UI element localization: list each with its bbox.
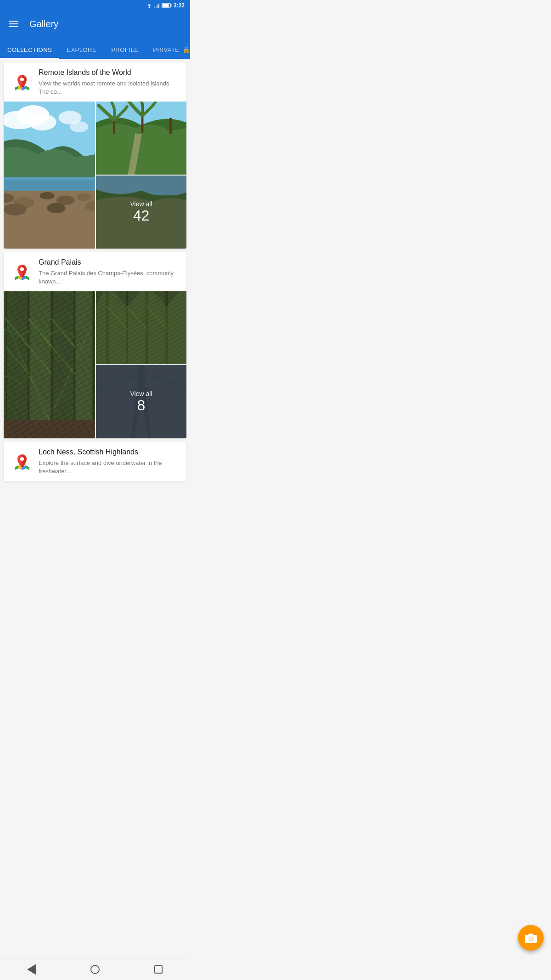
svg-line-54	[127, 307, 147, 329]
card-text-grand-palais: Grand Palais The Grand Palais des Champs…	[39, 258, 179, 286]
svg-point-9	[20, 78, 24, 81]
image-grid-remote-islands[interactable]: View all 42	[4, 102, 186, 249]
svg-rect-47	[4, 420, 95, 438]
svg-line-44	[6, 346, 29, 374]
svg-line-45	[29, 346, 52, 374]
card-desc-remote-islands: View the worlds most remote and isolated…	[39, 79, 179, 96]
card-header-remote-islands: Remote Islands of the World View the wor…	[4, 62, 186, 102]
status-bar: 3:22	[0, 0, 190, 11]
card-title-loch-ness: Loch Ness, Scottish Highlands	[39, 448, 179, 457]
svg-point-60	[20, 457, 24, 461]
svg-line-53	[107, 307, 127, 329]
main-content: Remote Islands of the World View the wor…	[0, 59, 190, 522]
svg-rect-3	[157, 5, 158, 8]
maps-logo-grand-palais	[11, 261, 33, 283]
card-text-loch-ness: Loch Ness, Scottish Highlands Explore th…	[39, 448, 179, 476]
svg-point-24	[4, 204, 27, 215]
svg-rect-1	[154, 6, 155, 8]
maps-logo-loch-ness	[11, 451, 33, 473]
grand-palais-tr-svg	[96, 291, 186, 364]
svg-line-46	[52, 346, 75, 374]
svg-point-23	[77, 193, 91, 201]
card-header-loch-ness: Loch Ness, Scottish Highlands Explore th…	[4, 442, 186, 481]
svg-point-34	[20, 267, 24, 271]
view-all-overlay-gp: View all 8	[96, 365, 186, 438]
island-tr-svg	[96, 102, 186, 175]
status-icons: 3:22	[146, 2, 185, 9]
svg-rect-48	[96, 291, 186, 364]
top-right-image-island[interactable]	[95, 102, 186, 175]
tab-explore[interactable]: EXPLORE	[59, 41, 104, 59]
tab-profile[interactable]: PROFILE	[104, 41, 146, 59]
status-time: 3:22	[174, 2, 185, 9]
svg-rect-7	[162, 4, 169, 7]
main-image-grand-palais[interactable]	[4, 291, 95, 438]
header: Gallery	[0, 11, 190, 37]
card-header-grand-palais: Grand Palais The Grand Palais des Champs…	[4, 252, 186, 291]
svg-rect-35	[4, 291, 95, 438]
card-desc-loch-ness: Explore the surface and dive underwater …	[39, 459, 179, 476]
collection-card-remote-islands[interactable]: Remote Islands of the World View the wor…	[4, 62, 186, 249]
svg-line-41	[6, 319, 29, 346]
maps-logo-remote-islands	[11, 71, 33, 93]
collection-card-grand-palais[interactable]: Grand Palais The Grand Palais des Champs…	[4, 252, 186, 438]
collection-card-loch-ness[interactable]: Loch Ness, Scottish Highlands Explore th…	[4, 442, 186, 481]
tab-collections[interactable]: COLLECTIONS	[0, 41, 59, 59]
beach-image-svg	[4, 102, 95, 249]
svg-rect-4	[158, 4, 159, 8]
top-right-image-grand-palais[interactable]	[95, 291, 186, 365]
lock-icon: 🔒	[182, 46, 191, 53]
svg-point-25	[47, 203, 66, 213]
svg-rect-29	[141, 116, 144, 133]
bottom-right-view-all[interactable]: View all 42	[95, 175, 186, 249]
svg-rect-30	[169, 118, 172, 134]
card-desc-grand-palais: The Grand Palais des Champs-Élysées, com…	[39, 269, 179, 286]
svg-point-0	[148, 7, 150, 8]
svg-rect-6	[170, 5, 171, 7]
svg-point-21	[40, 192, 55, 199]
wifi-icon	[146, 3, 152, 8]
main-image-beach[interactable]	[4, 102, 95, 249]
card-title-remote-islands: Remote Islands of the World	[39, 68, 179, 78]
header-title: Gallery	[29, 19, 58, 29]
svg-point-15	[70, 121, 89, 132]
svg-line-42	[29, 319, 52, 346]
nav-tabs: COLLECTIONS EXPLORE PROFILE PRIVATE 🔒	[0, 37, 190, 59]
svg-line-55	[147, 307, 167, 329]
view-all-overlay-islands: View all 42	[96, 176, 186, 249]
svg-line-43	[52, 319, 75, 346]
image-grid-grand-palais[interactable]: View all 8	[4, 291, 186, 438]
card-title-grand-palais: Grand Palais	[39, 258, 179, 267]
svg-rect-2	[156, 6, 157, 8]
menu-button[interactable]	[7, 19, 20, 29]
signal-icon	[154, 3, 160, 8]
svg-rect-28	[113, 120, 115, 134]
tab-private[interactable]: PRIVATE 🔒	[146, 40, 190, 59]
battery-icon	[162, 3, 172, 8]
svg-point-13	[29, 114, 56, 130]
grand-palais-main-svg	[4, 291, 95, 438]
bottom-right-view-all-gp[interactable]: View all 8	[95, 365, 186, 438]
card-text-remote-islands: Remote Islands of the World View the wor…	[39, 68, 179, 96]
